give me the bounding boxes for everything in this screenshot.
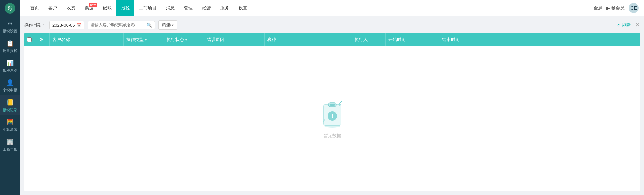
sidebar-label-geshuishenbao: 个税申报 xyxy=(3,88,17,93)
date-picker[interactable]: 2023-06-06 📅 xyxy=(49,21,84,29)
th-jieshu_shijian: 结束时间 xyxy=(439,33,486,46)
sidebar-item-piliangbaoshui[interactable]: 📋批量报税 xyxy=(0,37,20,56)
sort-icon-zhixing_zhuangtai: ▾ xyxy=(185,38,187,42)
member-icon: ▶ xyxy=(606,5,610,11)
empty-text: 暂无数据 xyxy=(324,133,341,139)
baoshuishezhi-icon: ⚙ xyxy=(7,20,13,28)
sidebar-item-baoshuishezhi[interactable]: ⚙报税设置 xyxy=(0,17,20,37)
th-label-kehu_mingcheng: 客户名称 xyxy=(52,37,70,43)
th-label-zhixing_zhuangtai: 执行状态 xyxy=(167,37,184,43)
member-label: 畅会员 xyxy=(611,5,625,11)
th-zhixingren: 执行人 xyxy=(352,33,386,46)
huisuanqingxi-icon: 🧮 xyxy=(6,118,14,126)
filter-button[interactable]: 筛选 ▾ xyxy=(158,20,177,30)
th-kaishi_shijian: 开始时间 xyxy=(386,33,439,46)
topnav-item-piao[interactable]: 票据new xyxy=(80,0,98,16)
topnav-item-kehu[interactable]: 客户 xyxy=(44,0,62,16)
toolbar-right: ↻ 刷新 ✕ xyxy=(617,22,640,28)
date-value: 2023-06-06 xyxy=(52,23,75,28)
sort-icon-caozuo_leixing: ▾ xyxy=(145,38,147,42)
geshuishenbao-icon: 👤 xyxy=(6,79,14,87)
sidebar-item-huisuanqingxi[interactable]: 🧮汇算清缴 xyxy=(0,115,20,135)
topnav-item-fuwu[interactable]: 服务 xyxy=(216,0,234,16)
sidebar-label-huisuanqingxi: 汇算清缴 xyxy=(3,127,17,132)
baoshuijilu-icon: 📒 xyxy=(6,98,14,107)
sidebar-label-gongshangnianba: 工商年报 xyxy=(3,147,17,152)
topnav-item-jizhang[interactable]: 记账 xyxy=(98,0,116,16)
refresh-button[interactable]: ↻ 刷新 xyxy=(617,22,631,28)
member-button[interactable]: ▶ 畅会员 xyxy=(606,5,625,11)
topnav-items: 首页客户收费票据new记账报税工商项目消息管理经营服务设置 xyxy=(26,0,588,16)
sidebar-label-baoshuijilu: 报税记录 xyxy=(3,108,17,113)
filter-label: 筛选 xyxy=(162,22,171,28)
th-zhixing_zhuangtai[interactable]: 执行状态▾ xyxy=(164,33,204,46)
new-badge-piao: new xyxy=(89,3,97,7)
fullscreen-icon: ⛶ xyxy=(588,5,592,11)
empty-illustration: ! xyxy=(319,99,346,129)
sidebar-label-piliangbaoshui: 批量报税 xyxy=(3,48,17,53)
empty-state: ! 暂无数据 xyxy=(312,92,352,146)
refresh-label: 刷新 xyxy=(622,22,631,28)
svg-text:彩: 彩 xyxy=(8,6,12,11)
svg-text:!: ! xyxy=(331,113,333,119)
table-header: ⚙客户名称操作类型▾执行状态▾错误原因税种执行人开始时间结束时间 xyxy=(24,33,640,46)
sidebar-item-gongshangnianba[interactable]: 🏢工商年报 xyxy=(0,135,20,155)
sidebar: 彩 ⚙报税设置📋批量报税📊报税总览👤个税申报📒报税记录🧮汇算清缴🏢工商年报 xyxy=(0,0,20,195)
select-all-checkbox[interactable] xyxy=(27,37,32,42)
topnav-item-jingying[interactable]: 经营 xyxy=(198,0,216,16)
th-label-shuizhong: 税种 xyxy=(267,37,276,43)
topnav: 首页客户收费票据new记账报税工商项目消息管理经营服务设置 ⛶ 全屏 ▶ 畅会员… xyxy=(20,0,644,16)
avatar-initials: CE xyxy=(630,5,637,11)
topnav-item-baoshui[interactable]: 报税 xyxy=(116,0,134,16)
sidebar-label-baoshuizonglan: 报税总览 xyxy=(3,68,17,73)
topnav-right: ⛶ 全屏 ▶ 畅会员 CE xyxy=(588,3,639,13)
toolbar: 操作日期： 2023-06-06 📅 🔍 筛选 ▾ ↻ 刷新 ✕ xyxy=(24,20,640,30)
topnav-item-shouye[interactable]: 首页 xyxy=(26,0,44,16)
search-box: 🔍 xyxy=(88,21,155,29)
svg-rect-5 xyxy=(330,104,335,106)
topnav-item-shezhi[interactable]: 设置 xyxy=(234,0,252,16)
app-logo[interactable]: 彩 xyxy=(0,0,20,17)
date-label: 操作日期： xyxy=(24,22,46,28)
th-caozuo_leixing[interactable]: 操作类型▾ xyxy=(124,33,164,46)
th-checkbox xyxy=(24,33,36,46)
topnav-item-gongshangxiangmu[interactable]: 工商项目 xyxy=(134,0,161,16)
sidebar-item-baoshuizonglan[interactable]: 📊报税总览 xyxy=(0,56,20,76)
th-label-zhixingren: 执行人 xyxy=(355,37,368,43)
gongshangnianba-icon: 🏢 xyxy=(6,138,14,146)
th-cuowu_yuanyin: 错误原因 xyxy=(204,33,265,46)
search-icon: 🔍 xyxy=(146,23,152,28)
topnav-item-shoufei[interactable]: 收费 xyxy=(62,0,80,16)
th-label-caozuo_leixing: 操作类型 xyxy=(126,37,144,43)
settings-icon[interactable]: ⚙ xyxy=(39,37,43,43)
sidebar-item-baoshuijilu[interactable]: 📒报税记录 xyxy=(0,95,20,115)
th-settings: ⚙ xyxy=(36,33,50,46)
baoshuizonglan-icon: 📊 xyxy=(6,59,14,67)
search-input[interactable] xyxy=(91,23,145,27)
th-shuizhong: 税种 xyxy=(265,33,352,46)
th-kehu_mingcheng: 客户名称 xyxy=(50,33,124,46)
table-body: ! 暂无数据 xyxy=(24,46,640,191)
close-button[interactable]: ✕ xyxy=(635,22,640,28)
fullscreen-label: 全屏 xyxy=(594,5,602,11)
topnav-item-guanli[interactable]: 管理 xyxy=(179,0,198,16)
table-container: ⚙客户名称操作类型▾执行状态▾错误原因税种执行人开始时间结束时间 xyxy=(24,33,640,191)
avatar[interactable]: CE xyxy=(629,3,639,13)
piliangbaoshui-icon: 📋 xyxy=(6,39,14,48)
content-area: 操作日期： 2023-06-06 📅 🔍 筛选 ▾ ↻ 刷新 ✕ xyxy=(20,16,644,195)
th-label-jieshu_shijian: 结束时间 xyxy=(442,37,460,43)
calendar-icon: 📅 xyxy=(76,23,81,27)
fullscreen-button[interactable]: ⛶ 全屏 xyxy=(588,5,602,11)
th-label-kaishi_shijian: 开始时间 xyxy=(388,37,406,43)
refresh-icon: ↻ xyxy=(617,23,621,28)
main-area: 首页客户收费票据new记账报税工商项目消息管理经营服务设置 ⛶ 全屏 ▶ 畅会员… xyxy=(20,0,644,195)
sidebar-label-baoshuishezhi: 报税设置 xyxy=(3,29,17,34)
topnav-item-xiaoxi[interactable]: 消息 xyxy=(161,0,179,16)
th-label-cuowu_yuanyin: 错误原因 xyxy=(207,37,224,43)
chevron-down-icon: ▾ xyxy=(172,23,174,27)
sidebar-item-geshuishenbao[interactable]: 👤个税申报 xyxy=(0,76,20,96)
